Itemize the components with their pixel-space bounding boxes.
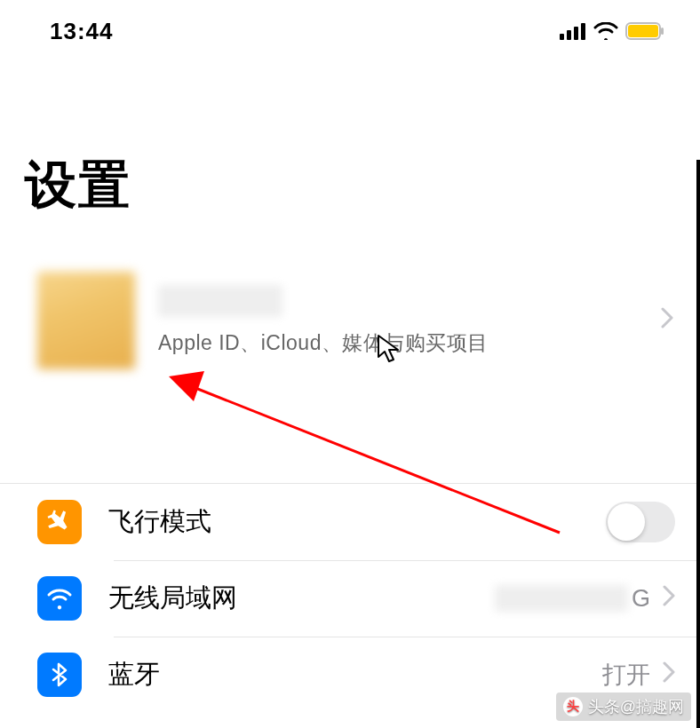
toggle-knob xyxy=(608,503,645,541)
profile-name-redacted xyxy=(158,285,282,317)
svg-rect-2 xyxy=(574,27,578,40)
bluetooth-icon xyxy=(37,653,82,697)
cellular-icon xyxy=(560,22,586,40)
airplane-label: 飞行模式 xyxy=(108,504,606,540)
wifi-row[interactable]: 无线局域网 G xyxy=(0,560,700,637)
watermark: 头 头条@搞趣网 xyxy=(556,692,691,721)
scrollbar-edge xyxy=(696,160,700,728)
bluetooth-value: 打开 xyxy=(602,659,650,691)
wifi-value-redacted xyxy=(495,585,628,612)
airplane-mode-row[interactable]: 飞行模式 xyxy=(0,484,700,560)
airplane-icon xyxy=(37,500,82,544)
chevron-right-icon xyxy=(661,306,673,335)
profile-text: Apple ID、iCloud、媒体与购买项目 xyxy=(158,285,661,357)
airplane-toggle[interactable] xyxy=(606,502,675,542)
wifi-value-suffix: G xyxy=(632,585,650,613)
chevron-right-icon xyxy=(663,584,675,613)
avatar xyxy=(37,272,135,369)
wifi-icon xyxy=(37,576,82,621)
apple-id-row[interactable]: Apple ID、iCloud、媒体与购买项目 xyxy=(0,256,700,385)
svg-rect-6 xyxy=(661,28,664,35)
spacer xyxy=(0,385,700,483)
settings-list: 飞行模式 无线局域网 G 蓝牙 打开 xyxy=(0,483,700,713)
chevron-right-icon xyxy=(663,661,675,689)
status-icons xyxy=(560,22,664,40)
svg-rect-3 xyxy=(581,23,585,40)
svg-rect-1 xyxy=(567,30,571,40)
page-title: 设置 xyxy=(0,53,700,256)
status-bar: 13:44 xyxy=(0,0,700,53)
watermark-text: 头条@搞趣网 xyxy=(588,696,684,717)
status-time: 13:44 xyxy=(50,18,114,45)
bluetooth-label: 蓝牙 xyxy=(108,657,602,692)
wifi-value: G xyxy=(495,585,663,613)
wifi-label: 无线局域网 xyxy=(108,581,495,616)
wifi-status-icon xyxy=(593,22,618,40)
profile-subtitle: Apple ID、iCloud、媒体与购买项目 xyxy=(158,329,661,357)
battery-icon xyxy=(625,22,664,40)
watermark-logo-icon: 头 xyxy=(563,697,583,716)
svg-rect-5 xyxy=(628,25,658,37)
svg-rect-0 xyxy=(560,34,564,40)
